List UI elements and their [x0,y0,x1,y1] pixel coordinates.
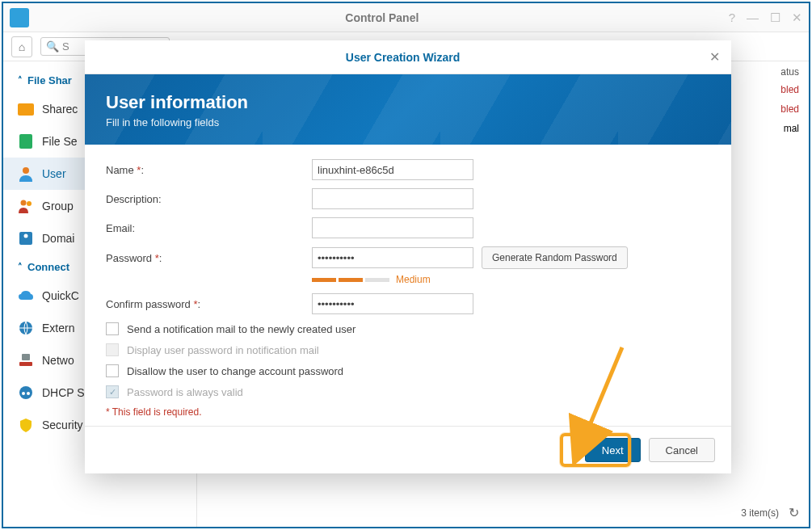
always-valid-checkbox: ✓ [106,385,119,398]
folder-share-icon [18,101,34,117]
svg-point-10 [19,386,32,399]
shield-icon [18,417,34,433]
password-label: Password *: [106,252,312,264]
table-row[interactable]: bled [780,84,799,95]
name-input[interactable] [312,159,473,180]
svg-rect-0 [18,103,34,116]
network-icon [18,352,34,368]
modal-subheading: Fill in the following fields [106,116,710,128]
dhcp-icon [18,385,34,401]
close-icon[interactable]: ✕ [709,49,720,65]
cloud-icon [18,288,34,304]
chevron-up-icon: ˄ [18,262,23,272]
user-icon [18,166,34,182]
description-input[interactable] [312,188,473,209]
home-button[interactable]: ⌂ [11,36,32,57]
item-count: 3 item(s) [741,507,779,519]
user-creation-wizard-modal: User Creation Wizard ✕ User information … [85,40,731,473]
always-valid-label: Password is always valid [127,386,243,398]
password-strength: Medium [312,274,710,285]
table-row[interactable]: bled [780,103,799,115]
svg-point-11 [22,392,25,395]
svg-rect-1 [19,134,32,149]
display-pwd-checkbox [106,343,119,356]
search-placeholder: S [62,40,69,53]
group-icon [18,198,34,214]
notify-checkbox[interactable] [106,322,119,335]
search-icon: 🔍 [46,40,59,53]
svg-rect-9 [19,362,32,366]
password-input[interactable] [312,247,473,268]
confirm-input[interactable] [312,293,473,314]
globe-icon [18,320,34,336]
modal-title: User Creation Wizard [96,51,709,64]
svg-point-3 [21,200,27,206]
refresh-icon[interactable]: ↻ [789,505,799,520]
table-body: bled bled mal [780,84,799,134]
minimize-icon[interactable]: — [747,11,759,25]
window-titlebar: Control Panel ? — ☐ ✕ [3,3,809,32]
modal-heading: User information [106,92,710,113]
strength-label: Medium [396,274,431,285]
chevron-up-icon: ˄ [18,75,23,86]
svg-point-12 [27,392,30,395]
close-window-icon[interactable]: ✕ [792,11,802,25]
svg-rect-5 [19,232,32,245]
help-icon[interactable]: ? [729,11,735,25]
window-title: Control Panel [36,11,729,24]
notify-label: Send a notification mail to the newly cr… [127,323,356,335]
description-label: Description: [106,193,312,205]
confirm-label: Confirm password *: [106,298,312,310]
cancel-button[interactable]: Cancel [649,438,715,462]
required-note: * This field is required. [106,406,710,418]
app-icon [10,8,29,27]
column-status[interactable]: atus [780,66,799,78]
name-label: Name *: [106,164,312,176]
svg-point-4 [27,201,32,206]
email-input[interactable] [312,217,473,238]
svg-rect-8 [22,354,30,360]
maximize-icon[interactable]: ☐ [770,11,780,25]
disallow-checkbox[interactable] [106,364,119,377]
generate-password-button[interactable]: Generate Random Password [482,246,628,269]
display-pwd-label: Display user password in notification ma… [127,344,319,356]
table-row[interactable]: mal [780,123,799,134]
svg-point-6 [24,234,28,238]
email-label: Email: [106,222,312,234]
domain-icon [18,230,34,246]
svg-point-2 [23,167,29,174]
file-services-icon [18,133,34,149]
next-button[interactable]: Next [585,438,641,462]
disallow-label: Disallow the user to change account pass… [127,365,343,377]
